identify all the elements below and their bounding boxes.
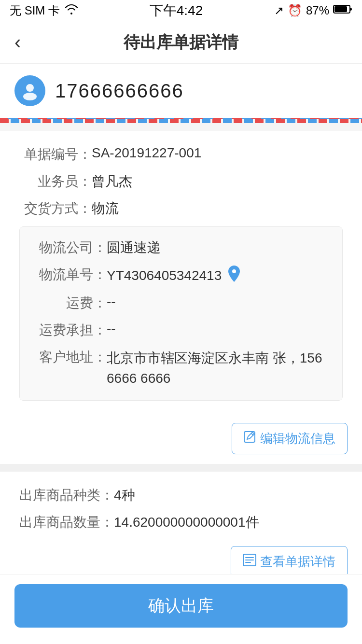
goods-types-row: 出库商品种类： 4种 [19,486,343,504]
tracking-row: 物流单号： YT43064053424​13 [34,266,328,285]
map-pin-icon[interactable] [227,266,241,285]
tracking-number: YT43064053424​13 [107,268,222,283]
goods-quantity-row: 出库商品数量： 14.620000000000001件 [19,513,343,532]
edit-logistics-button[interactable]: 编辑物流信息 [232,423,348,454]
svg-point-2 [26,84,34,92]
delivery-row: 交货方式： 物流 [19,199,343,218]
goods-types-label: 出库商品种类： [19,486,114,504]
status-time: 下午4:42 [150,1,203,20]
page-title: 待出库单据详情 [124,31,238,54]
tracking-value: YT43064053424​13 [107,266,328,285]
order-number-label: 单据编号： [19,145,92,164]
list-icon [243,554,256,570]
nav-bar: ‹ 待出库单据详情 [0,21,362,64]
freight-label: 运费： [34,294,107,312]
address-row: 客户地址： 北京市市辖区海淀区永丰南 张，156 6666 6666 [34,348,328,389]
salesman-label: 业务员： [19,172,92,191]
svg-point-3 [23,93,37,100]
view-btn-label: 查看单据详情 [260,553,335,570]
address-value: 北京市市辖区海淀区永丰南 张，156 6666 6666 [107,348,328,389]
customer-phone: 17666666666 [55,80,184,102]
confirm-btn-label: 确认出库 [148,595,214,617]
tracking-label: 物流单号： [34,266,107,284]
dashed-divider [0,119,362,123]
logistics-company-value: 圆通速递 [107,238,328,257]
goods-section: 出库商品种类： 4种 出库商品数量： 14.620000000000001件 [0,472,362,546]
alarm-icon: ⏰ [288,4,302,17]
edit-btn-label: 编辑物流信息 [260,430,335,447]
carrier-text: 无 SIM 卡 [10,3,60,18]
address-label: 客户地址： [34,348,107,366]
edit-btn-row: 编辑物流信息 [0,423,362,464]
salesman-row: 业务员： 曾凡杰 [19,172,343,191]
logistics-company-row: 物流公司： 圆通速递 [34,238,328,257]
freight-row: 运费： -- [34,294,328,312]
battery-icon [333,4,352,17]
delivery-value: 物流 [92,199,343,218]
order-info-section: 单据编号： SA-20191227-001 业务员： 曾凡杰 交货方式： 物流 … [0,131,362,423]
back-button[interactable]: ‹ [14,31,21,53]
freight-bear-value: -- [107,321,328,336]
salesman-value: 曾凡杰 [92,172,343,191]
location-icon: ↗ [274,4,284,17]
section-separator [0,464,362,472]
confirm-outbound-button[interactable]: 确认出库 [14,584,348,628]
customer-avatar [14,75,45,106]
order-number-value: SA-20191227-001 [92,145,343,161]
logistics-box: 物流公司： 圆通速递 物流单号： YT43064053424​13 运费： [19,226,343,401]
freight-bear-label: 运费承担： [34,321,107,339]
delivery-label: 交货方式： [19,199,92,218]
confirm-btn-wrapper: 确认出库 [0,574,362,644]
customer-header: 17666666666 [0,64,362,119]
status-right: ↗ ⏰ 87% [274,4,352,17]
wifi-icon [65,4,78,17]
svg-rect-1 [334,6,347,12]
logistics-company-label: 物流公司： [34,238,107,257]
goods-types-value: 4种 [114,486,343,504]
view-detail-button[interactable]: 查看单据详情 [231,546,348,577]
battery-text: 87% [306,4,329,17]
status-bar: 无 SIM 卡 下午4:42 ↗ ⏰ 87% [0,0,362,21]
status-left: 无 SIM 卡 [10,3,78,18]
svg-point-4 [232,269,236,273]
order-number-row: 单据编号： SA-20191227-001 [19,145,343,164]
goods-quantity-value: 14.620000000000001件 [114,513,343,532]
freight-value: -- [107,294,328,309]
goods-quantity-label: 出库商品数量： [19,513,114,532]
edit-icon [244,431,256,447]
main-content: 17666666666 单据编号： SA-20191227-001 业务员： 曾… [0,64,362,644]
freight-bear-row: 运费承担： -- [34,321,328,339]
